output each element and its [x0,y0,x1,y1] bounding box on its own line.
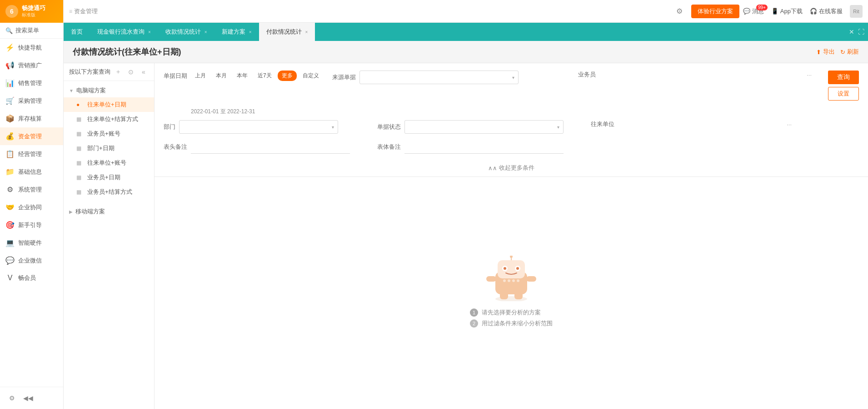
empty-hint-1: 1 请先选择要分析的方案 [470,308,553,317]
gear-button[interactable]: ⚙ [673,5,686,18]
tab-bank-flow[interactable]: 现金银行流水查询 × [90,23,158,41]
trial-industry-button[interactable]: 体验行业方案 [691,5,739,18]
sidebar-subtitle: 标准版 [22,12,45,18]
setting-button[interactable]: 设置 [828,87,859,101]
tab-bank-flow-close[interactable]: × [148,30,151,35]
tab-new-scheme-close[interactable]: × [249,30,252,35]
app-download-btn[interactable]: 📱 App下载 [771,7,803,15]
svg-rect-10 [514,292,523,299]
sidebar-item-purchase[interactable]: 🛒 采购管理 [0,92,63,110]
user-avatar[interactable]: Rit [850,5,863,18]
phone-icon: 📱 [771,8,778,15]
maximize-window-btn[interactable]: ⛶ [858,28,864,35]
scheme-partner-settle[interactable]: ▦ 往来单位+结算方式 [64,112,154,126]
notification-badge: 99+ [756,5,768,10]
bank-flow-tab-label: 现金银行流水查询 [97,28,145,36]
sidebar-item-sales[interactable]: 📊 销售管理 [0,74,63,92]
tab-window-controls: ✕ ⛶ [845,23,868,41]
settings-footer-btn[interactable]: ⚙ [5,392,18,404]
mobile-group-label: 移动端方案 [75,207,105,216]
tab-home[interactable]: 首页 [64,23,90,41]
sidebar-item-inventory[interactable]: 📦 库存核算 [0,110,63,127]
sidebar-item-marketing[interactable]: 📢 营销推广 [0,56,63,74]
sidebar-item-basic[interactable]: 📁 基础信息 [0,163,63,181]
page-header-actions: ⬆ 导出 ↻ 刷新 [816,48,859,56]
tab-new-scheme[interactable]: 新建方案 × [215,23,259,41]
corp-icon: 🤝 [5,203,15,212]
sidebar-item-capital[interactable]: 💰 资金管理 [0,127,63,145]
date-last-7[interactable]: 近7天 [254,71,276,81]
main-content: ≡ 资金管理 ⚙ 体验行业方案 💬 消息 99+ 📱 App下载 🎧 在线客服 … [64,0,868,409]
sidebar-item-weixin[interactable]: 💬 企业微信 [0,252,63,269]
sidebar-item-label: 资金管理 [18,132,42,141]
desktop-group-label: 电脑端方案 [76,86,106,95]
source-filter-item: 来源单据 ▾ [332,71,569,84]
source-select[interactable]: ▾ [359,71,519,84]
collapse-sidebar-btn[interactable]: ◀◀ [22,392,35,404]
sidebar-item-member[interactable]: V 畅会员 [0,269,63,287]
sidebar-title: 畅捷通巧 [22,5,45,12]
scheme-salesman-account[interactable]: ▦ 业务员+账号 [64,126,154,141]
export-button[interactable]: ⬆ 导出 [816,48,835,56]
body-note-input[interactable] [404,140,564,154]
date-custom[interactable]: 自定义 [299,71,323,81]
header-note-input[interactable] [191,140,350,154]
refresh-icon: ↻ [840,49,845,56]
date-more[interactable]: 更多 [278,71,297,81]
tab-collection-stat-close[interactable]: × [205,30,207,35]
sidebar-item-label: 企业协同 [18,203,42,212]
scheme-partner-date[interactable]: ● 往来单位+日期 [64,97,154,112]
empty-state: 1 请先选择要分析的方案 2 用过滤条件来缩小分析范围 [155,177,868,409]
filter-area: 单据日期 上月 本月 本年 近7天 更多 自定义 [155,63,868,177]
salesman-select-dots[interactable]: ··· [807,71,812,78]
collection-stat-tab-label: 收款情况统计 [165,28,201,36]
collapse-panel-btn[interactable]: « [139,67,149,77]
date-last-month[interactable]: 上月 [191,71,210,81]
source-select-arrow: ▾ [512,75,514,80]
tab-collection-stat[interactable]: 收款情况统计 × [158,23,215,41]
scheme-salesman-date[interactable]: ▦ 业务员+日期 [64,170,154,185]
breadcrumb: ≡ 资金管理 [69,7,669,15]
scheme-settings-btn[interactable]: ⊙ [126,67,136,77]
partner-select-dots[interactable]: ··· [787,121,792,128]
sidebar-item-label: 新手引导 [18,221,42,229]
scheme-dept-date[interactable]: ▦ 部门+日期 [64,141,154,156]
table-icon-1: ▦ [76,116,84,122]
online-service-btn[interactable]: 🎧 在线客服 [810,7,843,15]
query-button[interactable]: 查询 [828,71,859,84]
scheme-label: 业务员+结算方式 [87,188,132,196]
dept-select[interactable]: ▾ [179,120,338,134]
sidebar-footer: ⚙ ◀◀ [0,387,63,409]
close-window-btn[interactable]: ✕ [849,28,854,35]
sidebar-item-hardware[interactable]: 💻 智能硬件 [0,234,63,252]
sidebar-item-operation[interactable]: 📋 经营管理 [0,145,63,163]
partner-filter-label: 往来单位 [591,120,614,128]
tab-payment-stat[interactable]: 付款情况统计 × [259,23,315,41]
date-this-year[interactable]: 本年 [233,71,252,81]
new-scheme-tab-label: 新建方案 [222,28,245,36]
add-scheme-btn[interactable]: ＋ [113,67,123,77]
sidebar-search[interactable]: 🔍 搜索菜单 [0,23,63,39]
desktop-group-header[interactable]: ▼ 电脑端方案 [64,84,154,97]
sidebar-item-system[interactable]: ⚙ 系统管理 [0,181,63,198]
scheme-partner-account[interactable]: ▦ 往来单位+账号 [64,156,154,170]
header-note-label: 表头备注 [164,143,187,151]
svg-rect-8 [526,276,536,282]
partner-filter-item: 往来单位 ··· [591,120,795,128]
empty-robot-svg [484,256,539,301]
mobile-group-header[interactable]: ▶ 移动端方案 [64,205,154,218]
sidebar-item-guide[interactable]: 🎯 新手引导 [0,216,63,234]
voucher-status-select[interactable]: ▾ [404,120,564,134]
chart-icon: ▦ [76,160,84,166]
tab-payment-stat-close[interactable]: × [305,30,308,35]
sidebar-item-corp[interactable]: 🤝 企业协同 [0,198,63,216]
sidebar-item-quick-nav[interactable]: ⚡ 快捷导航 [0,39,63,56]
refresh-button[interactable]: ↻ 刷新 [840,48,859,56]
svg-point-16 [517,279,519,282]
salesman-filter-item: 业务员 ··· [578,71,815,79]
collapse-filter-btn[interactable]: ∧∧ 收起更多条件 [164,160,859,177]
date-this-month[interactable]: 本月 [212,71,231,81]
collapse-icon: ∧∧ [488,165,497,172]
scheme-salesman-settle[interactable]: ▦ 业务员+结算方式 [64,185,154,199]
notification-btn[interactable]: 💬 消息 99+ [743,7,764,15]
